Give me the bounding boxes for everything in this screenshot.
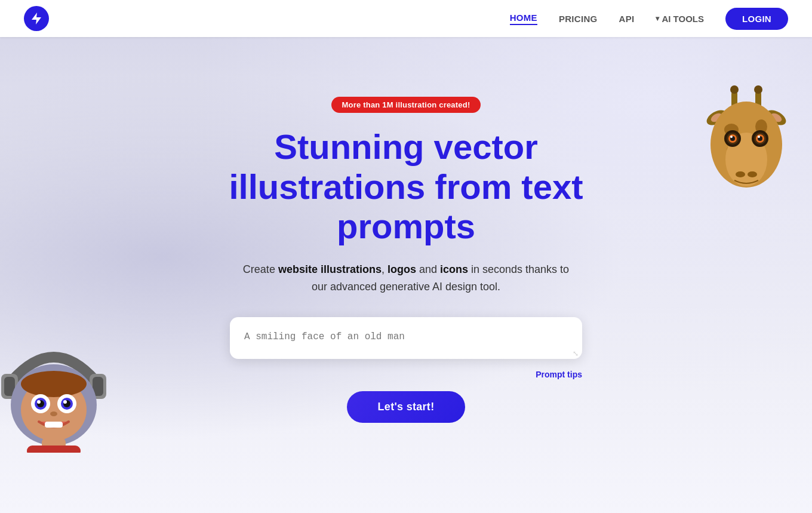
nav-api[interactable]: API <box>619 14 635 24</box>
svg-point-41 <box>37 400 41 404</box>
hero-section: More than 1M illustration created! Stunn… <box>0 37 812 423</box>
badge: More than 1M illustration created! <box>331 97 481 113</box>
nav-links: HOME PRICING API ▾ AI TOOLS LOGIN <box>510 8 788 30</box>
search-box-wrapper: ⤡ <box>230 317 582 361</box>
prompt-tips-link[interactable]: Prompt tips <box>536 370 582 379</box>
hero-subtitle: Create website illustrations, logos and … <box>239 261 573 296</box>
svg-point-42 <box>63 400 67 404</box>
start-button[interactable]: Let's start! <box>347 391 466 423</box>
logo[interactable] <box>24 6 49 31</box>
svg-point-26 <box>736 171 745 177</box>
login-button[interactable]: LOGIN <box>725 8 788 30</box>
svg-rect-46 <box>27 446 81 453</box>
nav-ai-tools-label: AI TOOLS <box>662 14 704 24</box>
nav-ai-tools-dropdown[interactable]: ▾ AI TOOLS <box>656 14 704 24</box>
svg-point-34 <box>21 371 87 397</box>
svg-point-25 <box>758 136 760 138</box>
prompt-tips-row: Prompt tips <box>230 370 582 379</box>
prompt-input[interactable] <box>230 317 582 359</box>
hero-title: Stunning vector illustrations from text … <box>229 127 583 247</box>
robot-decoration <box>0 321 113 441</box>
svg-rect-44 <box>45 422 63 428</box>
nav-home[interactable]: HOME <box>510 13 537 25</box>
logo-icon <box>24 6 49 31</box>
resize-handle-icon: ⤡ <box>573 349 579 358</box>
nav-pricing[interactable]: PRICING <box>559 14 598 24</box>
svg-point-43 <box>50 411 57 416</box>
chevron-down-icon: ▾ <box>656 14 659 23</box>
navbar: HOME PRICING API ▾ AI TOOLS LOGIN <box>0 0 812 37</box>
svg-point-8 <box>754 85 762 94</box>
giraffe-decoration <box>699 82 794 189</box>
svg-point-27 <box>748 171 757 177</box>
svg-point-24 <box>730 136 733 138</box>
svg-point-6 <box>730 85 739 94</box>
svg-marker-0 <box>32 13 41 24</box>
